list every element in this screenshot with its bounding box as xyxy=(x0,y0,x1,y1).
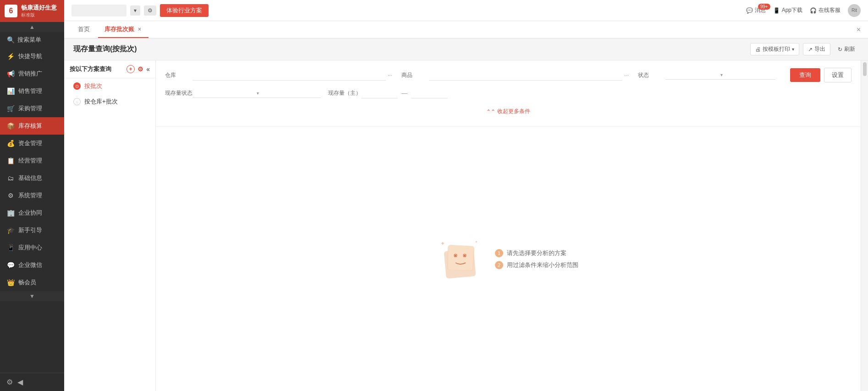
experience-btn[interactable]: 体验行业方案 xyxy=(160,4,209,17)
sidebar-scroll-down[interactable]: ▼ xyxy=(0,291,64,301)
warehouse-input[interactable] xyxy=(192,70,386,81)
enterprise-icon: 🏢 xyxy=(6,209,15,217)
scheme-add-btn[interactable]: + xyxy=(126,65,135,73)
sales-icon: 📊 xyxy=(6,87,15,95)
query-button[interactable]: 查询 xyxy=(790,68,820,82)
collapse-up-icon: ⌃⌃ xyxy=(486,109,495,115)
sidebar-scroll-up[interactable]: ▲ xyxy=(0,22,64,32)
inventory-qty-to[interactable] xyxy=(411,88,448,98)
svg-text:✕: ✕ xyxy=(454,254,457,258)
scheme-item-by-warehouse-batch[interactable]: ○ 按仓库+批次 xyxy=(64,94,155,109)
scheme-item-by-batch[interactable]: ⊙ 按批次 xyxy=(64,78,155,94)
tab-inventory-batch[interactable]: 库存批次账 × xyxy=(98,22,148,38)
online-service-item[interactable]: 🎧 在线客服 xyxy=(810,6,841,14)
goods-label: 商品 xyxy=(401,71,429,79)
export-btn[interactable]: ↗ 导出 xyxy=(803,43,830,55)
sidebar-item-label: 经营管理 xyxy=(18,157,42,165)
sidebar-item-wechat[interactable]: 💬 企业微信 xyxy=(0,256,64,274)
sidebar-item-newbie[interactable]: 🎓 新手引导 xyxy=(0,222,64,239)
status-dropdown-arrow: ▾ xyxy=(720,72,772,77)
tab-home[interactable]: 首页 xyxy=(71,22,96,38)
scheme-settings-btn[interactable]: ⚙ xyxy=(137,65,143,73)
sidebar-item-sales[interactable]: 📊 销售管理 xyxy=(0,82,64,100)
settings-btn-topbar[interactable]: ⚙ xyxy=(144,5,156,16)
messages-item[interactable]: 💬 消息 99+ xyxy=(746,6,766,14)
user-item[interactable]: Rit xyxy=(848,4,861,17)
print-icon: 🖨 xyxy=(755,46,761,53)
empty-svg: ✕ ✕ ✦ ✦ xyxy=(438,236,484,287)
empty-tips: 1 请先选择要分析的方案 2 用过滤条件来缩小分析范围 xyxy=(495,249,578,269)
collapse-label: 收起更多条件 xyxy=(497,108,530,115)
system-icon: ⚙ xyxy=(6,191,15,200)
tab-active-label: 库存批次账 xyxy=(104,25,134,33)
user-avatar: Rit xyxy=(848,4,861,17)
sidebar-item-label: 企业协同 xyxy=(18,209,42,217)
svg-rect-2 xyxy=(448,246,473,271)
scheme-collapse-btn[interactable]: « xyxy=(146,65,150,73)
purchase-icon: 🛒 xyxy=(6,104,15,113)
sidebar-item-marketing[interactable]: 📢 营销推广 xyxy=(0,65,64,82)
tab-home-label: 首页 xyxy=(78,25,90,33)
sidebar: 6 畅康通好生意 标准版 ▲ 🔍 搜索菜单 ⚡ 快捷导航 📢 营销推广 📊 销售… xyxy=(0,0,64,391)
print-btn[interactable]: 🖨 按模板打印 ▾ xyxy=(750,43,799,55)
sidebar-item-inventory[interactable]: 📦 库存核算 xyxy=(0,117,64,135)
inventory-qty-from[interactable] xyxy=(361,88,398,98)
inventory-status-select[interactable]: ▾ xyxy=(192,89,321,98)
refresh-btn[interactable]: ↻ 刷新 xyxy=(834,43,859,55)
goods-more-icon[interactable]: ··· xyxy=(622,70,631,80)
warehouse-more-icon[interactable]: ··· xyxy=(386,70,394,80)
status-label: 状态 xyxy=(638,71,665,79)
topbar-right: 💬 消息 99+ 📱 App下载 🎧 在线客服 Rit xyxy=(746,4,861,17)
filter-inventory-status: 现存量状态 ▾ xyxy=(165,89,321,98)
app-download-item[interactable]: 📱 App下载 xyxy=(773,6,802,14)
goods-input[interactable] xyxy=(429,70,622,81)
filter-settings-button[interactable]: 设置 xyxy=(824,68,852,82)
refresh-icon: ↻ xyxy=(838,46,842,53)
tab-close-right[interactable]: × xyxy=(857,26,861,34)
tip1-text: 请先选择要分析的方案 xyxy=(507,249,566,257)
empty-tip-2: 2 用过滤条件来缩小分析范围 xyxy=(495,261,578,269)
page-header-actions: 🖨 按模板打印 ▾ ↗ 导出 ↻ 刷新 xyxy=(750,43,859,55)
user-name: Rit xyxy=(852,8,857,13)
sidebar-item-operations[interactable]: 📋 经营管理 xyxy=(0,152,64,169)
topbar-search-display xyxy=(71,5,126,16)
page-title: 现存量查询(按批次) xyxy=(73,44,137,54)
settings-icon[interactable]: ⚙ xyxy=(6,378,13,386)
scheme-title: 按以下方案查询 xyxy=(70,65,111,73)
sidebar-footer: ⚙ ◀ xyxy=(0,373,64,391)
sidebar-item-finance[interactable]: 💰 资金管理 xyxy=(0,135,64,152)
dropdown-btn[interactable]: ▾ xyxy=(130,5,140,16)
status-select[interactable]: ▾ xyxy=(665,71,775,80)
tip1-num: 1 xyxy=(495,249,503,257)
tab-bar: 首页 库存批次账 × × xyxy=(64,21,868,38)
scheme-panel: 按以下方案查询 + ⚙ « ⊙ 按批次 ○ 按仓库+批次 xyxy=(64,60,156,391)
sidebar-item-search[interactable]: 🔍 搜索菜单 xyxy=(0,32,64,48)
print-dropdown-arrow: ▾ xyxy=(792,47,794,52)
right-scrollbar[interactable] xyxy=(861,60,868,391)
scheme-header-actions: + ⚙ « xyxy=(126,65,150,73)
sidebar-item-label: 企业微信 xyxy=(18,261,42,269)
sidebar-item-member[interactable]: 👑 畅会员 xyxy=(0,274,64,291)
online-service-label: 在线客服 xyxy=(819,6,841,14)
sidebar-item-basic[interactable]: 🗂 基础信息 xyxy=(0,169,64,187)
filter-row-1: 仓库 ··· 商品 ··· 状态 ▾ xyxy=(165,68,852,82)
sidebar-item-enterprise[interactable]: 🏢 企业协同 xyxy=(0,204,64,222)
sidebar-item-purchase[interactable]: 🛒 采购管理 xyxy=(0,100,64,117)
svg-text:✦: ✦ xyxy=(475,240,478,244)
sidebar-item-system[interactable]: ⚙ 系统管理 xyxy=(0,187,64,204)
collapse-row[interactable]: ⌃⌃ 收起更多条件 xyxy=(165,104,852,119)
empty-state: ✕ ✕ ✦ ✦ 1 请先选择要分析的方案 2 xyxy=(156,127,861,391)
refresh-btn-label: 刷新 xyxy=(844,45,855,53)
filter-area: 仓库 ··· 商品 ··· 状态 ▾ xyxy=(156,60,861,127)
sidebar-item-quick-nav[interactable]: ⚡ 快捷导航 xyxy=(0,48,64,65)
inventory-qty-label: 现存量（主） xyxy=(328,89,361,97)
sidebar-item-label: 销售管理 xyxy=(18,87,42,95)
sidebar-item-label: 资金管理 xyxy=(18,139,42,147)
member-icon: 👑 xyxy=(6,278,15,287)
query-actions: 查询 设置 xyxy=(790,68,852,82)
tip2-text: 用过滤条件来缩小分析范围 xyxy=(507,261,578,269)
tab-close-btn[interactable]: × xyxy=(137,26,142,33)
sidebar-item-appstore[interactable]: 📱 应用中心 xyxy=(0,239,64,256)
sidebar-item-label: 快捷导航 xyxy=(18,52,42,60)
collapse-icon[interactable]: ◀ xyxy=(17,378,23,386)
